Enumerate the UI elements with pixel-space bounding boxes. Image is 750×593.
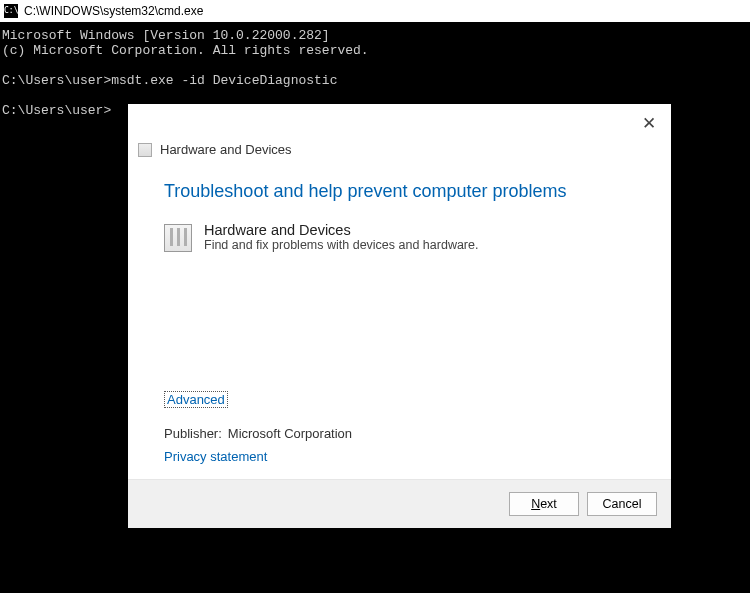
troubleshooter-dialog: ✕ Hardware and Devices Troubleshoot and … bbox=[128, 104, 671, 528]
next-button[interactable]: Next bbox=[509, 492, 579, 516]
dialog-main-title: Troubleshoot and help prevent computer p… bbox=[164, 181, 635, 202]
item-name: Hardware and Devices bbox=[204, 222, 478, 238]
devices-icon bbox=[164, 224, 192, 252]
close-button[interactable]: ✕ bbox=[639, 114, 659, 134]
cancel-button[interactable]: Cancel bbox=[587, 492, 657, 516]
dialog-lower: Advanced Publisher:Microsoft Corporation… bbox=[128, 390, 671, 479]
publisher-label: Publisher: bbox=[164, 426, 222, 441]
troubleshooter-item[interactable]: Hardware and Devices Find and fix proble… bbox=[164, 222, 635, 252]
dialog-header: Hardware and Devices bbox=[128, 104, 671, 157]
dialog-body: Troubleshoot and help prevent computer p… bbox=[128, 157, 671, 390]
advanced-link[interactable]: Advanced bbox=[164, 391, 228, 408]
next-rest: ext bbox=[540, 497, 557, 511]
cmd-icon: C:\ bbox=[4, 4, 18, 18]
publisher-value: Microsoft Corporation bbox=[228, 426, 352, 441]
dialog-header-title: Hardware and Devices bbox=[160, 142, 292, 157]
cmd-title: C:\WINDOWS\system32\cmd.exe bbox=[24, 4, 203, 18]
publisher-line: Publisher:Microsoft Corporation bbox=[164, 426, 635, 441]
hardware-icon bbox=[138, 143, 152, 157]
dialog-button-bar: Next Cancel bbox=[128, 479, 671, 528]
item-description: Find and fix problems with devices and h… bbox=[204, 238, 478, 252]
cmd-titlebar: C:\ C:\WINDOWS\system32\cmd.exe bbox=[0, 0, 750, 22]
privacy-link[interactable]: Privacy statement bbox=[164, 449, 267, 464]
